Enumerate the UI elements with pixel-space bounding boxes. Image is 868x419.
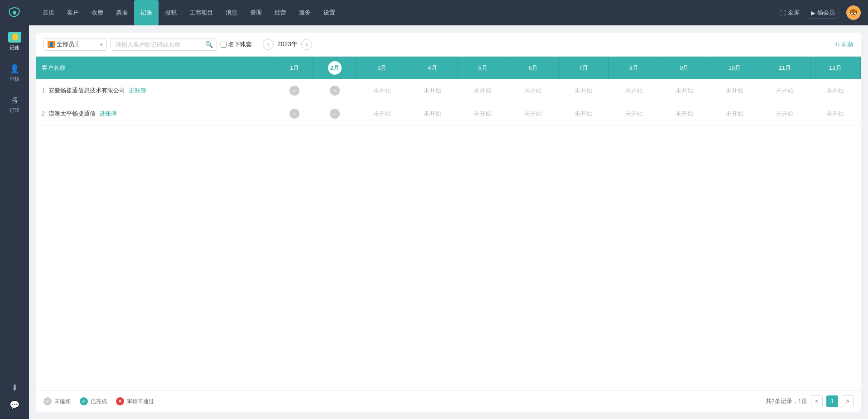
vip-button[interactable]: ▶ 畅会员 (807, 7, 839, 19)
not-started-label: 未开始 (726, 110, 743, 117)
row-month-11: 未开始 (760, 102, 810, 125)
nav-invoice[interactable]: 票据 (110, 0, 134, 25)
my-accounts-checkbox[interactable] (221, 42, 227, 48)
my-accounts-checkbox-label[interactable]: 名下账套 (221, 40, 252, 48)
sidebar-item-bookkeeping[interactable]: 📒 记账 (0, 25, 29, 57)
main-content: 首页 客户 收费 票据 记账 报税 工商项目 消息 管理 经营 服务 设置 ⛶ … (29, 0, 868, 419)
row-month-12: 未开始 (810, 102, 860, 125)
row-month-10: 未开始 (709, 102, 760, 125)
legend-not-built: – 未建账 (43, 397, 71, 405)
audit-icon: 👤 (10, 64, 19, 74)
col-header-m6: 6月 (508, 57, 558, 79)
enter-ledger-link[interactable]: 进账簿 (99, 110, 117, 117)
search-wrap: 🔍 (111, 38, 217, 51)
dash-icon[interactable]: – (330, 109, 340, 119)
row-number: 2 (42, 110, 45, 117)
nav-manage[interactable]: 管理 (244, 0, 268, 25)
row-month-8: 未开始 (609, 79, 659, 102)
row-month-5: 未开始 (458, 79, 508, 102)
not-started-label: 未开始 (625, 87, 643, 94)
customer-name: 安徽畅捷通信息技术有限公司 (48, 87, 125, 94)
nav-message[interactable]: 消息 (219, 0, 244, 25)
employee-icon: 👤 (48, 41, 55, 48)
row-month-10: 未开始 (709, 79, 760, 102)
search-icon: 🔍 (205, 41, 213, 48)
enter-ledger-link[interactable]: 进账簿 (129, 87, 146, 94)
row-month-12: 未开始 (810, 79, 860, 102)
row-month-7: 未开始 (558, 102, 608, 125)
chevron-down-icon: ▾ (100, 42, 103, 48)
nav-customer[interactable]: 客户 (61, 0, 85, 25)
download-icon[interactable]: ⬇ (11, 383, 18, 393)
toolbar: 👤 全部员工 ▾ 🔍 名下账套 ‹ 2023年 › (36, 33, 861, 57)
col-header-m9: 9月 (659, 57, 709, 79)
row-month-1[interactable]: – (276, 79, 313, 102)
row-month-4: 未开始 (407, 79, 458, 102)
legend-completed: ✓ 已完成 (80, 397, 107, 405)
user-avatar[interactable]: 🐯 (846, 5, 861, 20)
col-header-m1: 1月 (276, 57, 313, 79)
search-button[interactable]: 🔍 (202, 39, 217, 50)
nav-operation[interactable]: 经营 (268, 0, 293, 25)
total-text: 共2条记录，1页 (766, 397, 807, 405)
refresh-icon: ↻ (835, 41, 840, 48)
page-content: 👤 全部员工 ▾ 🔍 名下账套 ‹ 2023年 › (29, 25, 868, 419)
col-header-name: 客户名称 (36, 57, 276, 79)
row-month-2[interactable]: – (313, 102, 357, 125)
not-started-label: 未开始 (424, 110, 441, 117)
prev-page-button[interactable]: < (811, 395, 823, 407)
support-icon[interactable]: 💬 (10, 400, 19, 410)
top-navigation: 首页 客户 收费 票据 记账 报税 工商项目 消息 管理 经营 服务 设置 ⛶ … (29, 0, 868, 25)
not-started-label: 未开始 (424, 87, 441, 94)
row-month-2[interactable]: – (313, 79, 357, 102)
row-month-7: 未开始 (558, 79, 608, 102)
search-input[interactable] (111, 39, 202, 50)
col-header-m2: 2月 (313, 57, 357, 79)
row-month-11: 未开始 (760, 79, 810, 102)
table-footer: – 未建账 ✓ 已完成 ✕ 审核不通过 共2条记录，1页 < 1 > (36, 390, 861, 412)
bookkeeping-table: 客户名称 1月 2月 3月 4月 (36, 57, 861, 125)
refresh-button[interactable]: ↻ 刷新 (835, 40, 854, 48)
not-started-label: 未开始 (776, 110, 794, 117)
dash-icon[interactable]: – (289, 86, 299, 96)
video-icon: ▶ (811, 10, 815, 16)
nav-bookkeeping[interactable]: 记账 (134, 0, 159, 25)
not-started-label: 未开始 (826, 110, 844, 117)
nav-fee[interactable]: 收费 (85, 0, 110, 25)
col-header-m10: 10月 (709, 57, 760, 79)
row-month-4: 未开始 (407, 102, 458, 125)
not-started-label: 未开始 (726, 87, 743, 94)
nav-home[interactable]: 首页 (36, 0, 61, 25)
sidebar-item-audit[interactable]: 👤 审核 (0, 57, 29, 89)
svg-point-0 (13, 11, 16, 14)
next-page-button[interactable]: > (842, 395, 854, 407)
next-year-button[interactable]: › (301, 39, 312, 50)
row-month-6: 未开始 (508, 79, 558, 102)
not-started-label: 未开始 (625, 110, 643, 117)
not-started-label: 未开始 (574, 110, 592, 117)
nav-business[interactable]: 工商项目 (183, 0, 219, 25)
col-header-m12: 12月 (810, 57, 860, 79)
not-started-label: 未开始 (373, 87, 391, 94)
dash-icon[interactable]: – (289, 109, 299, 119)
prev-year-button[interactable]: ‹ (263, 39, 274, 50)
row-month-3: 未开始 (357, 79, 407, 102)
nav-settings[interactable]: 设置 (317, 0, 342, 25)
sidebar-item-print[interactable]: 🖨 打印 (0, 89, 29, 120)
row-month-5: 未开始 (458, 102, 508, 125)
row-month-1[interactable]: – (276, 102, 313, 125)
active-month-badge: 2月 (328, 61, 342, 75)
row-month-8: 未开始 (609, 102, 659, 125)
main-card: 👤 全部员工 ▾ 🔍 名下账套 ‹ 2023年 › (36, 33, 861, 412)
row-month-9: 未开始 (659, 102, 709, 125)
table-row: 2漠澳太平畅捷通信进账簿––未开始未开始未开始未开始未开始未开始未开始未开始未开… (36, 102, 861, 125)
page-1-button[interactable]: 1 (826, 395, 838, 407)
employee-select[interactable]: 👤 全部员工 ▾ (43, 38, 107, 51)
fullscreen-button[interactable]: ⛶ 全屏 (780, 9, 800, 17)
pagination: 共2条记录，1页 < 1 > (766, 395, 854, 407)
customer-name: 漠澳太平畅捷通信 (48, 110, 96, 117)
dash-icon[interactable]: – (330, 86, 340, 96)
nav-tax[interactable]: 报税 (159, 0, 183, 25)
nav-service[interactable]: 服务 (293, 0, 317, 25)
app-logo (0, 0, 29, 25)
